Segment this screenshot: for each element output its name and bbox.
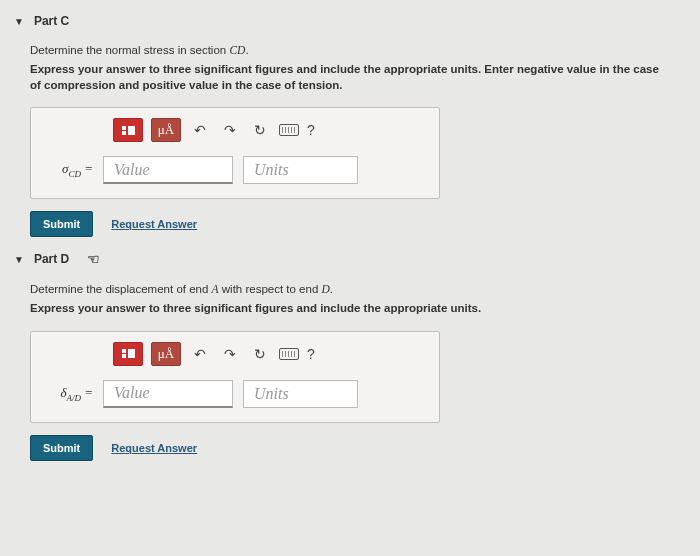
value-input[interactable]: Value — [103, 380, 233, 408]
part-c-variable-label: σCD = — [49, 161, 93, 179]
part-d-content: Determine the displacement of end A with… — [0, 273, 700, 469]
undo-icon[interactable]: ↶ — [189, 342, 211, 366]
keyboard-icon[interactable] — [279, 342, 299, 366]
redo-icon[interactable]: ↷ — [219, 118, 241, 142]
submit-button[interactable]: Submit — [30, 211, 93, 237]
part-c-content: Determine the normal stress in section C… — [0, 34, 700, 245]
part-c-prompt: Determine the normal stress in section C… — [30, 44, 670, 56]
help-icon[interactable]: ? — [307, 118, 315, 142]
symbols-button[interactable]: μÅ — [151, 118, 181, 142]
part-c-header[interactable]: ▼ Part C — [0, 8, 700, 34]
reset-icon[interactable]: ↻ — [249, 118, 271, 142]
value-input[interactable]: Value — [103, 156, 233, 184]
part-d-input-row: δA/D = Value Units — [49, 380, 421, 408]
part-d-title: Part D — [34, 252, 69, 266]
part-d-variable-label: δA/D = — [49, 385, 93, 403]
part-d-answer-box: μÅ ↶ ↷ ↻ ? δA/D = Value Units — [30, 331, 440, 423]
part-c-actions: Submit Request Answer — [30, 211, 670, 237]
units-input[interactable]: Units — [243, 380, 358, 408]
collapse-caret-icon: ▼ — [14, 16, 24, 27]
reset-icon[interactable]: ↻ — [249, 342, 271, 366]
part-c-instructions: Express your answer to three significant… — [30, 62, 670, 93]
request-answer-link[interactable]: Request Answer — [111, 218, 197, 230]
collapse-caret-icon: ▼ — [14, 254, 24, 265]
redo-icon[interactable]: ↷ — [219, 342, 241, 366]
part-c-answer-box: μÅ ↶ ↷ ↻ ? σCD = Value Units — [30, 107, 440, 199]
undo-icon[interactable]: ↶ — [189, 118, 211, 142]
hand-cursor-icon: ☜ — [87, 251, 100, 267]
help-icon[interactable]: ? — [307, 342, 315, 366]
submit-button[interactable]: Submit — [30, 435, 93, 461]
request-answer-link[interactable]: Request Answer — [111, 442, 197, 454]
part-c-title: Part C — [34, 14, 69, 28]
part-d-toolbar: μÅ ↶ ↷ ↻ ? — [49, 342, 421, 366]
keyboard-icon[interactable] — [279, 118, 299, 142]
part-d-instructions: Express your answer to three significant… — [30, 301, 670, 317]
part-d-prompt: Determine the displacement of end A with… — [30, 283, 670, 295]
part-d-header[interactable]: ▼ Part D ☜ — [0, 245, 700, 273]
part-c-toolbar: μÅ ↶ ↷ ↻ ? — [49, 118, 421, 142]
part-c-input-row: σCD = Value Units — [49, 156, 421, 184]
part-d-actions: Submit Request Answer — [30, 435, 670, 461]
units-input[interactable]: Units — [243, 156, 358, 184]
template-button[interactable] — [113, 342, 143, 366]
template-button[interactable] — [113, 118, 143, 142]
symbols-button[interactable]: μÅ — [151, 342, 181, 366]
